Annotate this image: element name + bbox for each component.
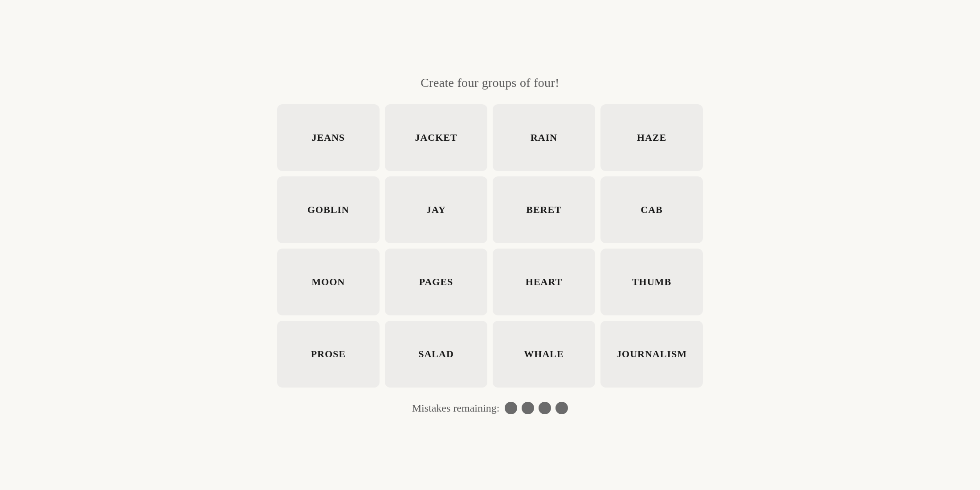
card-label-cab: CAB	[641, 204, 662, 216]
mistakes-row: Mistakes remaining:	[412, 402, 568, 414]
card-jay[interactable]: JAY	[385, 176, 487, 243]
card-label-rain: RAIN	[531, 132, 557, 143]
card-label-goblin: GOBLIN	[307, 204, 349, 216]
mistake-dot-2	[522, 402, 534, 414]
card-jacket[interactable]: JACKET	[385, 104, 487, 171]
card-rain[interactable]: RAIN	[493, 104, 595, 171]
card-label-haze: HAZE	[637, 132, 666, 143]
card-label-whale: WHALE	[524, 348, 564, 360]
card-salad[interactable]: SALAD	[385, 321, 487, 388]
card-label-jay: JAY	[426, 204, 446, 216]
card-label-pages: PAGES	[419, 276, 453, 288]
card-thumb[interactable]: THUMB	[600, 249, 703, 315]
card-goblin[interactable]: GOBLIN	[277, 176, 380, 243]
card-whale[interactable]: WHALE	[493, 321, 595, 388]
word-grid: JEANSJACKETRAINHAZEGOBLINJAYBERETCABMOON…	[277, 104, 703, 388]
page-container: Create four groups of four! JEANSJACKETR…	[0, 76, 980, 414]
card-label-jacket: JACKET	[415, 132, 457, 143]
mistake-dot-4	[555, 402, 568, 414]
card-journalism[interactable]: JOURNALISM	[600, 321, 703, 388]
card-heart[interactable]: HEART	[493, 249, 595, 315]
card-label-journalism: JOURNALISM	[617, 348, 687, 360]
card-label-moon: MOON	[312, 276, 345, 288]
card-prose[interactable]: PROSE	[277, 321, 380, 388]
card-label-jeans: JEANS	[312, 132, 345, 143]
subtitle: Create four groups of four!	[421, 76, 559, 90]
card-label-thumb: THUMB	[632, 276, 671, 288]
card-cab[interactable]: CAB	[600, 176, 703, 243]
mistake-dot-3	[539, 402, 551, 414]
card-label-heart: HEART	[526, 276, 562, 288]
card-moon[interactable]: MOON	[277, 249, 380, 315]
card-label-salad: SALAD	[418, 348, 454, 360]
card-label-prose: PROSE	[311, 348, 346, 360]
card-haze[interactable]: HAZE	[600, 104, 703, 171]
card-beret[interactable]: BERET	[493, 176, 595, 243]
mistakes-label: Mistakes remaining:	[412, 402, 500, 414]
card-label-beret: BERET	[526, 204, 562, 216]
dots-container	[505, 402, 568, 414]
card-jeans[interactable]: JEANS	[277, 104, 380, 171]
card-pages[interactable]: PAGES	[385, 249, 487, 315]
mistake-dot-1	[505, 402, 517, 414]
